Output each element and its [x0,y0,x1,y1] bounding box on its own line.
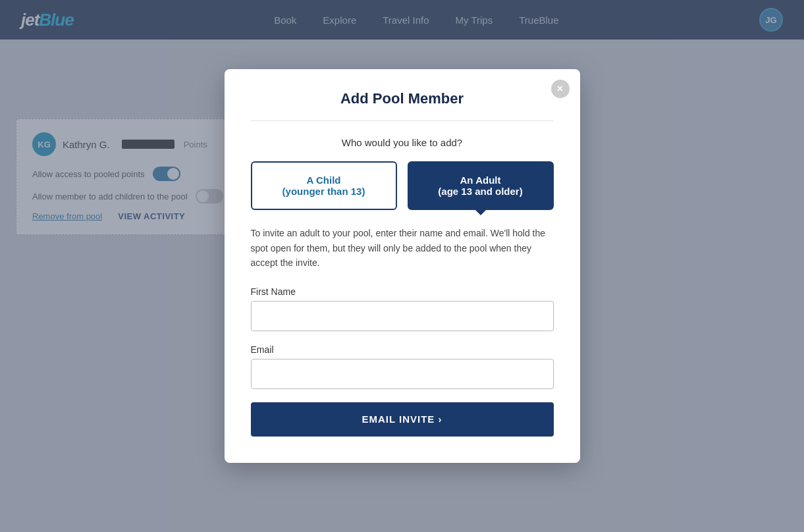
modal-close-button[interactable]: × [551,80,570,98]
email-input[interactable] [251,359,554,389]
modal-title: Add Pool Member [251,90,554,107]
member-type-selector: A Child (younger than 13) An Adult (age … [251,161,554,210]
modal-divider [251,120,554,121]
modal-overlay: × Add Pool Member Who would you like to … [0,0,804,532]
modal-description: To invite an adult to your pool, enter t… [251,226,554,270]
email-invite-button[interactable]: EMAIL INVITE › [251,402,554,437]
first-name-input[interactable] [251,301,554,331]
email-label: Email [251,344,554,355]
modal-question: Who would you like to add? [251,137,554,148]
add-pool-member-modal: × Add Pool Member Who would you like to … [225,69,580,462]
child-type-button[interactable]: A Child (younger than 13) [251,161,397,210]
adult-type-button[interactable]: An Adult (age 13 and older) [408,161,554,210]
first-name-label: First Name [251,286,554,297]
